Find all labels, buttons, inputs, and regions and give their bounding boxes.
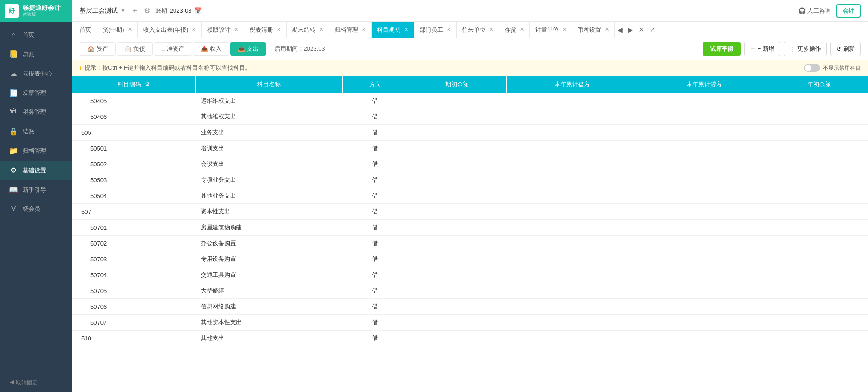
sidebar-collapse-btn[interactable]: ◀ 取消固定 bbox=[0, 373, 72, 392]
table-row[interactable]: 50405运维维权支出借 bbox=[72, 93, 868, 109]
period-selector[interactable]: 账期 2023-03 📅 bbox=[156, 7, 202, 15]
company-selector[interactable]: 基层工会测试 ▼ bbox=[80, 7, 126, 15]
income-icon: 📥 bbox=[201, 46, 208, 52]
tab-close-icon[interactable]: ✕ bbox=[605, 27, 609, 33]
more-actions-btn[interactable]: ⋮ 更多操作 bbox=[784, 42, 827, 56]
tab-close-icon[interactable]: ✕ bbox=[234, 27, 238, 33]
tab-unit[interactable]: 计量单位 ✕ bbox=[530, 22, 572, 38]
cell-ytd-debit bbox=[506, 315, 638, 331]
cell-ytd-credit bbox=[638, 141, 770, 156]
header-settings-icon[interactable]: ⚙ bbox=[144, 6, 150, 15]
tab-period-end[interactable]: 期末结转 ✕ bbox=[287, 22, 329, 38]
cell-year-opening bbox=[770, 109, 868, 125]
toggle-disabled-switch[interactable] bbox=[804, 64, 820, 72]
tab-close-icon[interactable]: ✕ bbox=[520, 27, 524, 33]
folder-icon: 📁 bbox=[9, 146, 18, 155]
cell-ytd-debit bbox=[506, 141, 638, 156]
cell-direction: 借 bbox=[343, 141, 408, 156]
col-settings-icon[interactable]: ⚙ bbox=[145, 81, 150, 88]
cell-code: 510 bbox=[72, 331, 195, 346]
sub-tab-expense[interactable]: 📤 支出 bbox=[230, 42, 266, 56]
sub-tab-income[interactable]: 📥 收入 bbox=[193, 42, 229, 56]
cell-direction: 借 bbox=[343, 315, 408, 331]
tabs-prev-btn[interactable]: ◀ bbox=[615, 22, 625, 38]
cell-name: 运维维权支出 bbox=[195, 93, 343, 109]
cell-code: 50701 bbox=[72, 220, 195, 236]
tab-close-icon[interactable]: ✕ bbox=[192, 27, 196, 33]
cell-year-opening bbox=[770, 251, 868, 267]
sidebar-item-settings[interactable]: ⚙ 基础设置 bbox=[0, 161, 72, 180]
tab-tax-clear[interactable]: 税表清册 ✕ bbox=[244, 22, 287, 38]
sidebar-item-ledger[interactable]: 📒 总账 bbox=[0, 44, 72, 64]
calc-balance-btn[interactable]: 试算平衡 bbox=[703, 42, 741, 56]
sidebar-item-guide[interactable]: 📖 新手引导 bbox=[0, 180, 72, 199]
cell-ytd-debit bbox=[506, 93, 638, 109]
table-row[interactable]: 50705大型修缮借 bbox=[72, 283, 868, 299]
sub-tabs-actions: 试算平衡 ＋ + 新增 ⋮ 更多操作 ↺ 刷新 bbox=[703, 42, 861, 56]
table-row[interactable]: 50504其他业务支出借 bbox=[72, 188, 868, 204]
table-row[interactable]: 50502会议支出借 bbox=[72, 156, 868, 172]
cell-year-opening bbox=[770, 93, 868, 109]
tab-close-icon[interactable]: ✕ bbox=[319, 27, 323, 33]
table-row[interactable]: 50704交通工具购置借 bbox=[72, 267, 868, 283]
logo-text: 畅捷通好会计 体验版 bbox=[23, 4, 61, 18]
sub-tab-net-asset[interactable]: ≡ 净资产 bbox=[154, 42, 192, 56]
tab-close-active-icon[interactable]: ✕ bbox=[404, 27, 408, 33]
refresh-btn[interactable]: ↺ 刷新 bbox=[830, 42, 861, 56]
table-row[interactable]: 50703专用设备购置借 bbox=[72, 251, 868, 267]
cell-ytd-credit bbox=[638, 315, 770, 331]
tab-close-icon[interactable]: ✕ bbox=[489, 27, 493, 33]
tab-template[interactable]: 模版设计 ✕ bbox=[202, 22, 244, 38]
tab-counterpart[interactable]: 往来单位 ✕ bbox=[457, 22, 499, 38]
tab-close-icon[interactable]: ✕ bbox=[277, 27, 281, 33]
cell-ytd-credit bbox=[638, 331, 770, 346]
sidebar-item-reports[interactable]: ☁ 云报表中心 bbox=[0, 64, 72, 83]
sidebar-item-home[interactable]: ⌂ 首页 bbox=[0, 25, 72, 44]
table-row[interactable]: 510其他支出借 bbox=[72, 331, 868, 346]
table-row[interactable]: 50707其他资本性支出借 bbox=[72, 315, 868, 331]
add-company-btn[interactable]: ＋ bbox=[131, 6, 138, 15]
table-row[interactable]: 50706信息网络购建借 bbox=[72, 299, 868, 315]
tabs-close-all-btn[interactable]: ✕ bbox=[636, 22, 647, 38]
table-row[interactable]: 507资本性支出借 bbox=[72, 204, 868, 220]
account-button[interactable]: 会计 bbox=[836, 4, 861, 18]
tab-balance-mid[interactable]: 贷(中期) ✕ bbox=[97, 22, 138, 38]
sidebar-item-vip[interactable]: V 畅会员 bbox=[0, 199, 72, 218]
tab-income-annual[interactable]: 收入支出表(年报) ✕ bbox=[138, 22, 202, 38]
table-row[interactable]: 50702办公设备购置借 bbox=[72, 236, 868, 251]
cell-year-opening bbox=[770, 220, 868, 236]
tabs-expand-btn[interactable]: ⤢ bbox=[647, 22, 657, 38]
table-row[interactable]: 50701房屋建筑物购建借 bbox=[72, 220, 868, 236]
tab-close-icon[interactable]: ✕ bbox=[362, 27, 366, 33]
tab-currency[interactable]: 币种设置 ✕ bbox=[572, 22, 615, 38]
sub-tab-asset[interactable]: 🏠 资产 bbox=[80, 42, 116, 56]
tab-close-icon[interactable]: ✕ bbox=[447, 27, 451, 33]
liability-icon: 📋 bbox=[124, 46, 132, 52]
table-row[interactable]: 505业务支出借 bbox=[72, 125, 868, 141]
tab-subject-init[interactable]: 科目期初 ✕ bbox=[372, 22, 414, 38]
tab-archive-mgmt[interactable]: 归档管理 ✕ bbox=[329, 22, 372, 38]
tab-close-icon[interactable]: ✕ bbox=[562, 27, 566, 33]
table-row[interactable]: 50406其他维权支出借 bbox=[72, 109, 868, 125]
sub-tab-liability[interactable]: 📋 负债 bbox=[117, 42, 153, 56]
add-btn[interactable]: ＋ + 新增 bbox=[744, 42, 780, 56]
sidebar-item-close[interactable]: 🔒 结账 bbox=[0, 122, 72, 141]
tab-close-icon[interactable]: ✕ bbox=[128, 27, 132, 33]
cell-ytd-credit bbox=[638, 93, 770, 109]
cell-code: 50501 bbox=[72, 141, 195, 156]
tabs-next-btn[interactable]: ▶ bbox=[625, 22, 636, 38]
help-btn[interactable]: 🎧 人工咨询 bbox=[798, 7, 831, 15]
col-ytd-credit: 本年累计贷方 bbox=[638, 76, 770, 93]
tab-dept-staff[interactable]: 部门员工 ✕ bbox=[414, 22, 457, 38]
tab-inventory[interactable]: 存货 ✕ bbox=[499, 22, 530, 38]
sidebar-item-tax[interactable]: 🏛 税务管理 bbox=[0, 103, 72, 122]
table-row[interactable]: 50503专项业务支出借 bbox=[72, 172, 868, 188]
table-row[interactable]: 50501培训支出借 bbox=[72, 141, 868, 156]
period-info: 启用期间：2023.03 bbox=[274, 45, 325, 53]
sidebar-item-invoice[interactable]: 🧾 发票管理 bbox=[0, 83, 72, 103]
tab-home[interactable]: 首页 bbox=[74, 22, 97, 38]
refresh-icon: ↺ bbox=[836, 46, 841, 52]
sidebar-item-archive[interactable]: 📁 归档管理 bbox=[0, 141, 72, 161]
company-chevron-icon: ▼ bbox=[120, 8, 126, 14]
calendar-icon[interactable]: 📅 bbox=[194, 7, 202, 14]
